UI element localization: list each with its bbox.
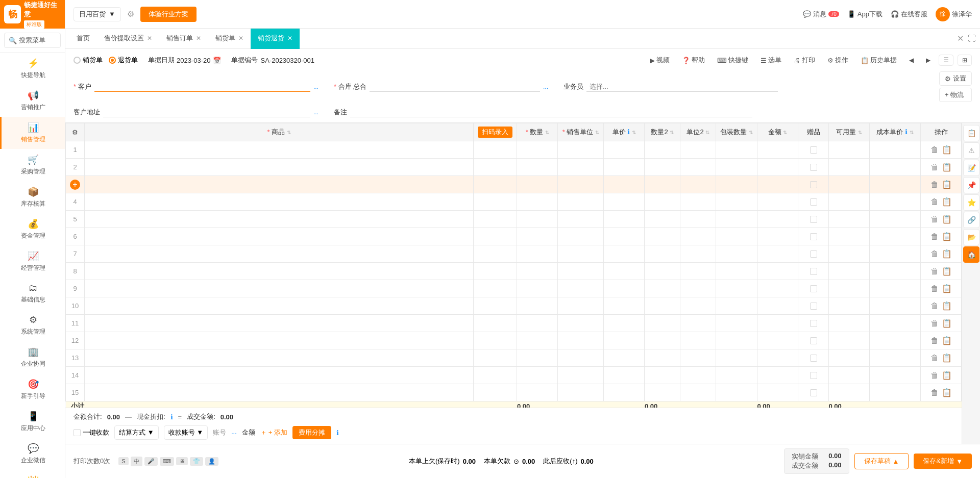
copy-row-button[interactable]: 📋 bbox=[942, 336, 952, 345]
remark-input[interactable] bbox=[350, 107, 752, 117]
quantity-cell[interactable] bbox=[517, 367, 558, 384]
sale-unit-cell[interactable] bbox=[558, 193, 604, 211]
gift-checkbox[interactable] bbox=[810, 389, 817, 396]
delete-row-button[interactable]: 🗑 bbox=[930, 249, 939, 259]
amount-cell[interactable] bbox=[757, 315, 798, 332]
delete-row-button[interactable]: 🗑 bbox=[930, 145, 939, 155]
gift-cell[interactable] bbox=[798, 211, 829, 228]
quantity-cell[interactable] bbox=[517, 159, 558, 176]
quantity-cell[interactable] bbox=[517, 176, 558, 193]
sale-unit-cell[interactable] bbox=[558, 141, 604, 159]
pack-qty-cell[interactable] bbox=[716, 245, 757, 263]
add-row-button[interactable]: + bbox=[70, 180, 80, 190]
tab-sale-order-close[interactable]: ✕ bbox=[196, 35, 201, 42]
unit-price-cell[interactable] bbox=[604, 245, 645, 263]
gift-cell[interactable] bbox=[798, 280, 829, 297]
unit-price-cell[interactable] bbox=[604, 315, 645, 332]
col-amount-sort[interactable]: ⇅ bbox=[783, 130, 787, 135]
copy-row-button[interactable]: 📋 bbox=[942, 162, 952, 172]
sidebar-item-basic-info[interactable]: 🗂 基础信息 bbox=[0, 278, 65, 309]
unit2-cell[interactable] bbox=[680, 263, 716, 280]
product-cell[interactable] bbox=[85, 315, 474, 332]
account-method-select[interactable]: 收款账号 ▼ bbox=[164, 425, 208, 440]
next-doc-button[interactable]: ▶ bbox=[922, 55, 935, 65]
gift-checkbox[interactable] bbox=[810, 198, 817, 206]
sale-unit-cell[interactable] bbox=[558, 332, 604, 349]
quantity-cell[interactable] bbox=[517, 349, 558, 367]
quantity-cell[interactable] bbox=[517, 332, 558, 349]
quantity2-cell[interactable] bbox=[645, 297, 680, 315]
col-settings[interactable]: ⚙ bbox=[66, 123, 85, 141]
quantity-cell[interactable] bbox=[517, 263, 558, 280]
gift-cell[interactable] bbox=[798, 176, 829, 193]
sale-unit-cell[interactable] bbox=[558, 280, 604, 297]
product-cell[interactable] bbox=[85, 349, 474, 367]
unit2-cell[interactable] bbox=[680, 245, 716, 263]
product-cell[interactable] bbox=[85, 193, 474, 211]
settings-side-button[interactable]: ⚙ 设置 bbox=[939, 71, 972, 86]
gift-cell[interactable] bbox=[798, 228, 829, 245]
unit-price-cell[interactable] bbox=[604, 297, 645, 315]
sidebar-item-finance[interactable]: 💰 资金管理 bbox=[0, 213, 65, 245]
delete-row-button[interactable]: 🗑 bbox=[930, 215, 939, 224]
side-panel-btn-6[interactable]: 🔗 bbox=[963, 212, 979, 228]
tab-sale-return-close[interactable]: ✕ bbox=[287, 35, 292, 42]
unit-price-cell[interactable] bbox=[604, 367, 645, 384]
unit-price-cell[interactable] bbox=[604, 211, 645, 228]
delete-row-button[interactable]: 🗑 bbox=[930, 163, 939, 172]
side-panel-btn-3[interactable]: 📝 bbox=[963, 160, 979, 176]
col-pack-qty-sort[interactable]: ⇅ bbox=[749, 130, 753, 135]
help-button[interactable]: ❓ 帮助 bbox=[678, 54, 709, 66]
unit2-cell[interactable] bbox=[680, 176, 716, 193]
unit2-cell[interactable] bbox=[680, 367, 716, 384]
footer-icon-key[interactable]: ⌨ bbox=[160, 457, 174, 466]
select-button[interactable]: ☰ 选单 bbox=[756, 54, 786, 66]
sidebar-item-system[interactable]: ⚙ 系统管理 bbox=[0, 309, 65, 341]
product-cell[interactable] bbox=[85, 176, 474, 193]
side-panel-btn-7[interactable]: 📂 bbox=[963, 229, 979, 245]
salesman-input[interactable] bbox=[586, 82, 778, 92]
one-click-checkbox-box[interactable] bbox=[74, 429, 81, 436]
quantity2-cell[interactable] bbox=[645, 367, 680, 384]
tab-expand-button[interactable]: ⛶ bbox=[968, 34, 976, 43]
product-cell[interactable] bbox=[85, 245, 474, 263]
app-download-item[interactable]: 📱 App下载 bbox=[847, 10, 883, 19]
gift-checkbox[interactable] bbox=[810, 146, 817, 154]
pack-qty-cell[interactable] bbox=[716, 176, 757, 193]
customer-more-link[interactable]: ... bbox=[313, 83, 318, 90]
quantity-cell[interactable] bbox=[517, 384, 558, 401]
amount-cell[interactable] bbox=[757, 159, 798, 176]
unit-price-cell[interactable] bbox=[604, 228, 645, 245]
amount-cell[interactable] bbox=[757, 384, 798, 401]
save-draft-button[interactable]: 保存草稿 ▲ bbox=[854, 453, 909, 469]
save-new-button[interactable]: 保存&新增 ▼ bbox=[914, 454, 972, 469]
tab-sale-return[interactable]: 销货退货 ✕ bbox=[251, 29, 300, 49]
unit-price-cell[interactable] bbox=[604, 141, 645, 159]
quantity2-cell[interactable] bbox=[645, 280, 680, 297]
footer-icon-s[interactable]: S bbox=[118, 457, 128, 465]
customer-input[interactable] bbox=[94, 82, 310, 92]
product-cell[interactable] bbox=[85, 367, 474, 384]
tab-sale-delivery-close[interactable]: ✕ bbox=[238, 35, 243, 42]
grid-view-button[interactable]: ⊞ bbox=[958, 55, 972, 66]
product-cell[interactable] bbox=[85, 141, 474, 159]
history-button[interactable]: 📋 历史单据 bbox=[856, 54, 901, 66]
col-sale-unit-sort[interactable]: ⇅ bbox=[595, 130, 599, 135]
radio-return-doc[interactable]: 退货单 bbox=[109, 56, 138, 65]
sale-unit-cell[interactable] bbox=[558, 315, 604, 332]
product-cell[interactable] bbox=[85, 332, 474, 349]
col-available-sort[interactable]: ⇅ bbox=[858, 130, 862, 135]
sidebar-item-quick-nav[interactable]: ⚡ 快捷导航 bbox=[0, 53, 65, 85]
delete-row-button[interactable]: 🗑 bbox=[930, 301, 939, 311]
quantity-cell[interactable] bbox=[517, 245, 558, 263]
gift-checkbox[interactable] bbox=[810, 268, 817, 275]
split-cost-button[interactable]: 费用分摊 bbox=[292, 426, 331, 439]
sidebar-item-marketing[interactable]: 📢 营销推广 bbox=[0, 85, 65, 117]
online-service-item[interactable]: 🎧 在线客服 bbox=[891, 10, 927, 19]
gift-checkbox[interactable] bbox=[810, 372, 817, 379]
pack-qty-cell[interactable] bbox=[716, 228, 757, 245]
unit-price-cell[interactable] bbox=[604, 280, 645, 297]
unit-price-cell[interactable] bbox=[604, 193, 645, 211]
delete-row-button[interactable]: 🗑 bbox=[930, 232, 939, 241]
message-item[interactable]: 💬 消息 70 bbox=[803, 10, 839, 19]
